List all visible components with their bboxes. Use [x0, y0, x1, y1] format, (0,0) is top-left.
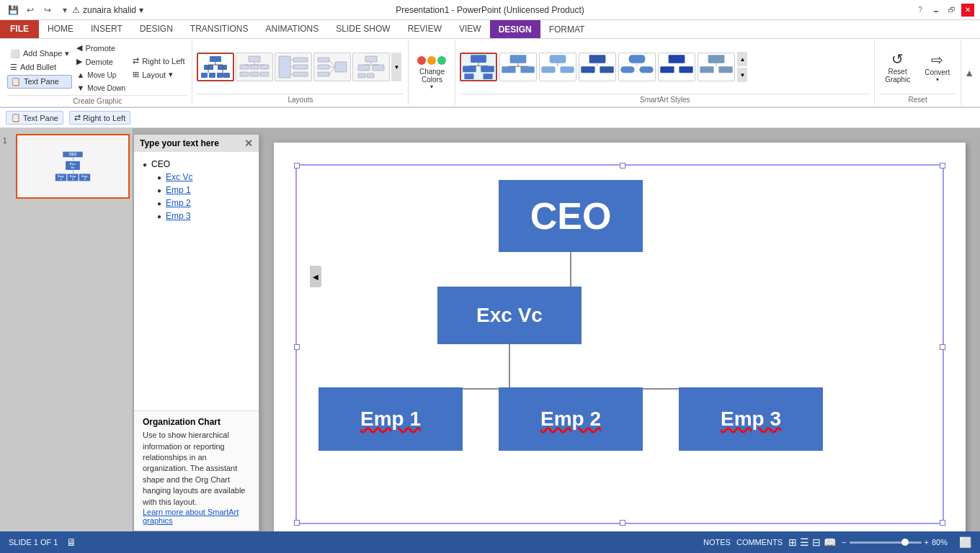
close-button[interactable]: ✕: [961, 4, 974, 17]
emp3-box[interactable]: Emp 3: [679, 387, 823, 451]
zoom-slider[interactable]: [850, 541, 922, 544]
move-down-button[interactable]: ▼ Move Down: [74, 82, 128, 94]
handle-tr[interactable]: [940, 163, 945, 168]
right-to-left-button[interactable]: ⇄ Right to Left: [130, 55, 187, 67]
style-thumb-1[interactable]: [460, 53, 497, 81]
fit-to-window-button[interactable]: ⬜: [959, 536, 971, 548]
tp-excvc-text[interactable]: Exc Vc: [166, 172, 192, 182]
style-thumb-6[interactable]: [658, 53, 695, 81]
tab-design[interactable]: DESIGN: [131, 20, 182, 38]
handle-mr[interactable]: [940, 344, 945, 350]
svg-rect-29: [318, 72, 329, 76]
handle-tl[interactable]: [294, 163, 300, 168]
tab-home[interactable]: HOME: [39, 20, 82, 38]
text-pane-content[interactable]: ● CEO ● Exc Vc ● Emp 1 ● Emp 2 ● Emp 3: [134, 152, 259, 410]
layout-thumb-5[interactable]: [352, 53, 390, 81]
reset-graphic-button[interactable]: ↺ ResetGraphic: [879, 48, 916, 86]
tp-emp1-text[interactable]: Emp 1: [166, 185, 191, 195]
emp2-box[interactable]: Emp 2: [499, 387, 643, 451]
reset-icon: ↺: [891, 50, 904, 68]
slide-info-icon[interactable]: 🖥: [66, 536, 76, 548]
convert-button[interactable]: ⇨ Convert ▾: [919, 49, 956, 85]
redo-icon[interactable]: ↪: [40, 3, 55, 17]
add-shape-button[interactable]: ⬜ Add Shape ▾: [7, 48, 72, 60]
slide-sorter-button[interactable]: ⊟: [812, 536, 821, 548]
handle-tc[interactable]: [620, 163, 625, 168]
svg-rect-45: [484, 74, 493, 80]
collapse-panel-button[interactable]: ◀: [310, 266, 321, 287]
slide-thumbnail-container: 1 CEO Exc Vc Emp 1 Emp 2 Emp 3: [3, 134, 130, 199]
tab-insert[interactable]: INSERT: [82, 20, 131, 38]
layout-thumb-4[interactable]: [313, 53, 351, 81]
tab-file[interactable]: FILE: [0, 20, 39, 38]
style-thumb-3[interactable]: [539, 53, 576, 81]
layouts-scroll[interactable]: ▼: [391, 53, 401, 81]
svg-rect-62: [621, 66, 635, 73]
slide-canvas[interactable]: CEO Exc Vc Emp 1 Emp 2 Emp 3: [274, 143, 966, 546]
svg-rect-43: [481, 66, 495, 73]
text-pane-sub-button[interactable]: 📋 Text Pane: [6, 111, 63, 125]
zoom-in-button[interactable]: +: [925, 538, 929, 547]
convert-dropdown[interactable]: ▾: [936, 76, 939, 83]
tp-emp2-text[interactable]: Emp 2: [166, 198, 191, 208]
handle-ml[interactable]: [294, 344, 300, 350]
change-colors-dropdown[interactable]: ▾: [430, 84, 433, 90]
slide-thumbnail[interactable]: CEO Exc Vc Emp 1 Emp 2 Emp 3: [16, 134, 130, 199]
smartart-container[interactable]: CEO Exc Vc Emp 1 Emp 2 Emp 3: [295, 164, 944, 524]
text-pane-button[interactable]: 📋 Text Pane: [7, 75, 72, 89]
tab-review[interactable]: REVIEW: [399, 20, 450, 38]
tab-transitions[interactable]: TRANSITIONS: [182, 20, 257, 38]
layout-dropdown-icon[interactable]: ▾: [169, 70, 173, 79]
ceo-box[interactable]: CEO: [499, 180, 643, 252]
tp-emp3-text[interactable]: Emp 3: [166, 211, 191, 221]
add-bullet-button[interactable]: ☰ Add Bullet: [7, 61, 72, 73]
excvc-box[interactable]: Exc Vc: [437, 287, 582, 344]
comments-button[interactable]: COMMENTS: [736, 538, 783, 547]
styles-scroll[interactable]: ▲ ▼: [737, 52, 747, 82]
handle-br[interactable]: [940, 520, 945, 526]
maximize-button[interactable]: 🗗: [945, 4, 958, 17]
style-thumb-4[interactable]: [579, 53, 616, 81]
handle-bc[interactable]: [620, 520, 625, 526]
reset-group: ↺ ResetGraphic ⇨ Convert ▾ Reset: [875, 40, 961, 105]
tab-smartart-format[interactable]: FORMAT: [540, 20, 594, 38]
normal-view-button[interactable]: ⊞: [788, 536, 797, 548]
tab-animations[interactable]: ANIMATIONS: [257, 20, 327, 38]
minimize-button[interactable]: 🗕: [930, 4, 943, 17]
notes-button[interactable]: NOTES: [703, 538, 731, 547]
reading-view-button[interactable]: 📖: [824, 536, 836, 548]
promote-button[interactable]: ◀ Promote: [74, 42, 128, 54]
learn-more-link[interactable]: Learn more about SmartArt graphics: [143, 508, 250, 525]
right-to-left-sub-button[interactable]: ⇄ Right to Left: [69, 111, 130, 125]
save-icon[interactable]: 💾: [6, 3, 20, 17]
collapse-ribbon-button[interactable]: ▲: [961, 40, 977, 105]
change-colors-button[interactable]: ChangeColors ▾: [411, 54, 452, 92]
help-button[interactable]: ?: [914, 4, 927, 17]
emp1-box[interactable]: Emp 1: [318, 387, 463, 451]
customize-icon[interactable]: ▾: [58, 3, 72, 17]
layout-button[interactable]: ⊞ Layout ▾: [130, 68, 187, 81]
svg-rect-35: [358, 65, 370, 71]
tab-smartart-design[interactable]: DESIGN: [490, 20, 540, 38]
layout-thumb-1[interactable]: [197, 53, 234, 81]
collapse-icon[interactable]: ▲: [964, 67, 974, 78]
handle-bl[interactable]: [294, 520, 300, 526]
svg-rect-30: [335, 62, 347, 72]
text-pane-close-button[interactable]: ✕: [244, 138, 253, 149]
zoom-out-button[interactable]: −: [842, 538, 846, 547]
demote-button[interactable]: ▶ Demote: [74, 55, 128, 68]
style-thumb-7[interactable]: [698, 53, 735, 81]
add-shape-dropdown-icon[interactable]: ▾: [65, 49, 69, 58]
style-thumb-2[interactable]: [499, 53, 537, 81]
layout-thumb-3[interactable]: [275, 53, 312, 81]
outline-view-button[interactable]: ☰: [800, 536, 809, 548]
move-up-button[interactable]: ▲ Move Up: [74, 69, 128, 81]
tab-view[interactable]: VIEW: [450, 20, 490, 38]
layouts-label: Layouts: [197, 94, 404, 104]
tab-slideshow[interactable]: SLIDE SHOW: [327, 20, 398, 38]
undo-icon[interactable]: ↩: [23, 3, 37, 17]
user-dropdown-icon[interactable]: ▾: [139, 5, 143, 15]
change-colors-group: ChangeColors ▾: [409, 40, 455, 105]
layout-thumb-2[interactable]: [236, 53, 273, 81]
style-thumb-5[interactable]: [618, 53, 656, 81]
